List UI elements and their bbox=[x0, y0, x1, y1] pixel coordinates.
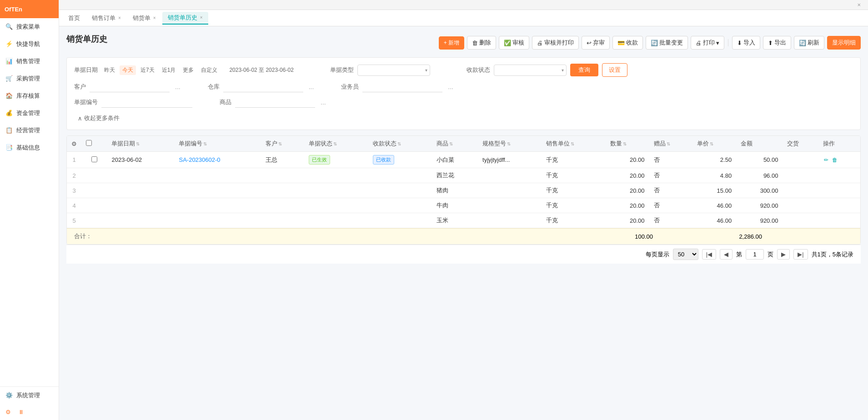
warehouse-dots-btn[interactable]: ... bbox=[309, 83, 314, 90]
batch-change-button[interactable]: 🔄 批量变更 bbox=[646, 36, 688, 50]
filter-settings-button[interactable]: 设置 bbox=[602, 63, 627, 77]
row-customer: 王总 bbox=[261, 152, 305, 168]
audit-button[interactable]: ✅ 审核 bbox=[499, 36, 529, 50]
next-page-btn[interactable]: ▶ bbox=[777, 249, 790, 260]
table-settings-icon[interactable]: ⚙ bbox=[71, 140, 77, 147]
payment-status-select[interactable] bbox=[494, 65, 567, 76]
doc-number-link[interactable]: SA-20230602-0 bbox=[179, 156, 220, 163]
sort-spec-icon[interactable]: ⇅ bbox=[507, 141, 511, 146]
batch-change-icon: 🔄 bbox=[651, 40, 658, 46]
row-action-btn[interactable]: ✏ bbox=[824, 157, 828, 163]
sidebar: OfTEn 🔍 搜索菜单 ⚡ 快捷导航 📊 销售管理 🛒 采购管理 🏠 库存核算… bbox=[0, 0, 59, 420]
sort-customer-icon[interactable]: ⇅ bbox=[278, 141, 282, 146]
refresh-button[interactable]: 🔄 刷新 bbox=[794, 36, 824, 50]
salesperson-input[interactable] bbox=[362, 81, 442, 92]
print-button[interactable]: 🖨 打印 ▾ bbox=[691, 36, 724, 50]
filter-warehouse: 仓库 ... bbox=[208, 81, 314, 92]
row-doc-status: 已生效 bbox=[304, 152, 368, 168]
first-page-btn[interactable]: |◀ bbox=[702, 249, 716, 260]
date-btn-1month[interactable]: 近1月 bbox=[159, 65, 179, 75]
date-btn-yesterday[interactable]: 昨天 bbox=[101, 65, 118, 75]
row-actions bbox=[818, 198, 860, 213]
tab-sales-history[interactable]: 销货单历史 × bbox=[162, 12, 208, 25]
row-customer bbox=[261, 213, 305, 228]
select-all-checkbox[interactable] bbox=[86, 140, 92, 146]
discard-button[interactable]: ↩ 弃审 bbox=[582, 36, 610, 50]
summary-label: 合计： bbox=[74, 232, 92, 240]
row-select-checkbox[interactable] bbox=[91, 156, 97, 162]
date-btn-custom[interactable]: 自定义 bbox=[198, 65, 220, 75]
row-doc-number bbox=[174, 183, 261, 198]
basic-icon: 📑 bbox=[5, 144, 13, 151]
top-bar: × bbox=[59, 0, 868, 10]
tab-close-sales-delivery[interactable]: × bbox=[153, 15, 156, 20]
row-gift: 否 bbox=[649, 152, 693, 168]
row-spec bbox=[478, 198, 542, 213]
total-records-label: 共1页，5条记录 bbox=[812, 250, 853, 259]
date-btn-7days[interactable]: 近7天 bbox=[138, 65, 157, 75]
prev-page-btn[interactable]: ◀ bbox=[720, 249, 733, 260]
sidebar-item-basic-info[interactable]: 📑 基础信息 bbox=[0, 139, 59, 156]
row-amount: 96.00 bbox=[736, 168, 783, 183]
sidebar-item-system-mgmt[interactable]: ⚙️ 系统管理 bbox=[0, 387, 59, 404]
row-action-btn[interactable]: 🗑 bbox=[832, 157, 838, 163]
export-button[interactable]: ⬆ 导出 bbox=[763, 36, 791, 50]
import-button[interactable]: ⬇ 导入 bbox=[732, 36, 760, 50]
tab-home[interactable]: 首页 bbox=[63, 12, 85, 25]
sidebar-item-search-menu[interactable]: 🔍 搜索菜单 bbox=[0, 18, 59, 35]
customer-input[interactable] bbox=[90, 81, 170, 92]
sidebar-settings-bottom[interactable]: ⚙ ⏸ bbox=[0, 404, 59, 420]
sort-doc-status-icon[interactable]: ⇅ bbox=[333, 141, 337, 146]
row-transaction bbox=[783, 198, 818, 213]
summary-quantity: 100.00 bbox=[617, 233, 653, 240]
product-dots-btn[interactable]: ... bbox=[321, 99, 326, 106]
sales-icon: 📊 bbox=[5, 58, 13, 65]
tab-close-sales-order[interactable]: × bbox=[118, 15, 121, 20]
product-input[interactable] bbox=[235, 97, 315, 108]
sidebar-item-sales-mgmt[interactable]: 📊 销售管理 bbox=[0, 53, 59, 70]
sort-quantity-icon[interactable]: ⇅ bbox=[623, 141, 627, 146]
close-window-btn[interactable]: × bbox=[857, 1, 861, 8]
row-actions bbox=[818, 168, 860, 183]
page-content: 销货单历史 + 新增 🗑 删除 ✅ 审核 🖨 审核并打印 ↩ 弃审 bbox=[59, 26, 868, 420]
doc-type-select[interactable] bbox=[357, 65, 430, 76]
sidebar-item-inventory[interactable]: 🏠 库存核算 bbox=[0, 87, 59, 105]
salesperson-dots-btn[interactable]: ... bbox=[448, 83, 453, 90]
sort-gift-icon[interactable]: ⇅ bbox=[667, 141, 670, 146]
last-page-btn[interactable]: ▶| bbox=[793, 249, 808, 260]
page-header: 销货单历史 + 新增 🗑 删除 ✅ 审核 🖨 审核并打印 ↩ 弃审 bbox=[66, 34, 861, 52]
sort-doc-number-icon[interactable]: ⇅ bbox=[203, 141, 207, 146]
tab-sales-order[interactable]: 销售订单 × bbox=[86, 12, 126, 25]
new-button[interactable]: + 新增 bbox=[439, 36, 464, 50]
per-page-select[interactable]: 50 100 200 bbox=[673, 249, 698, 260]
date-btn-today[interactable]: 今天 bbox=[120, 65, 136, 75]
sort-unit-price-icon[interactable]: ⇅ bbox=[710, 141, 713, 146]
warehouse-input[interactable] bbox=[223, 81, 303, 92]
delete-button[interactable]: 🗑 删除 bbox=[467, 36, 496, 50]
row-doc-number bbox=[174, 168, 261, 183]
sort-doc-date-icon[interactable]: ⇅ bbox=[136, 141, 140, 146]
sidebar-item-purchase-mgmt[interactable]: 🛒 采购管理 bbox=[0, 70, 59, 87]
collapse-btn[interactable]: ∧ 收起更多条件 bbox=[74, 112, 853, 124]
sidebar-item-operations-mgmt[interactable]: 📋 经营管理 bbox=[0, 122, 59, 139]
customer-dots-btn[interactable]: ... bbox=[175, 83, 181, 90]
sort-unit-icon[interactable]: ⇅ bbox=[571, 141, 574, 146]
show-detail-button[interactable]: 显示明细 bbox=[827, 36, 861, 50]
sort-payment-status-icon[interactable]: ⇅ bbox=[397, 141, 401, 146]
row-gift: 否 bbox=[649, 183, 693, 198]
query-button[interactable]: 查询 bbox=[570, 64, 598, 76]
row-customer bbox=[261, 183, 305, 198]
tab-sales-delivery[interactable]: 销货单 × bbox=[127, 12, 161, 25]
row-gift: 否 bbox=[649, 198, 693, 213]
page-number-input[interactable] bbox=[746, 249, 764, 260]
audit-print-button[interactable]: 🖨 审核并打印 bbox=[532, 36, 579, 50]
collect-button[interactable]: 💳 收款 bbox=[612, 36, 643, 50]
filter-date-range: 2023-06-02 至 2023-06-02 bbox=[229, 66, 293, 74]
sidebar-item-quick-nav[interactable]: ⚡ 快捷导航 bbox=[0, 35, 59, 53]
sort-product-icon[interactable]: ⇅ bbox=[449, 141, 453, 146]
page-label: 第 bbox=[736, 250, 742, 259]
doc-number-input[interactable] bbox=[101, 97, 192, 108]
date-btn-more[interactable]: 更多 bbox=[180, 65, 196, 75]
sidebar-item-finance-mgmt[interactable]: 💰 资金管理 bbox=[0, 105, 59, 122]
tab-close-sales-history[interactable]: × bbox=[200, 15, 203, 20]
